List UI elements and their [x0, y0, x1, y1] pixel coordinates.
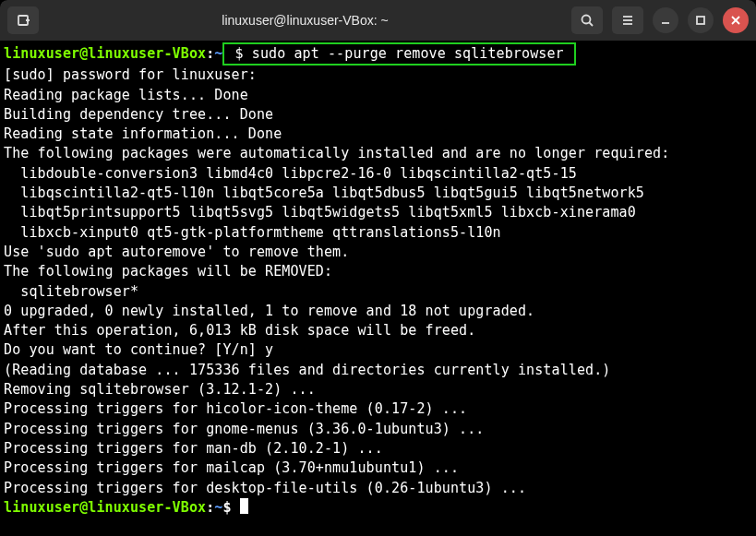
highlighted-command: $ sudo apt --purge remove sqlitebrowser [222, 42, 575, 66]
output-line: Reading state information... Done [4, 125, 752, 144]
output-line: Use 'sudo apt autoremove' to remove them… [4, 243, 752, 262]
output-line: [sudo] password for linuxuser: [4, 66, 752, 85]
prompt-line-2: linuxuser@linuxuser-VBox:~$ [4, 498, 752, 518]
window-titlebar: linuxuser@linuxuser-VBox: ~ [0, 0, 756, 41]
output-line: libqscintilla2-qt5-l10n libqt5core5a lib… [4, 184, 752, 203]
output-line: The following packages will be REMOVED: [4, 262, 752, 281]
output-line: (Reading database ... 175336 files and d… [4, 361, 752, 380]
hamburger-icon [620, 13, 635, 28]
output-line: sqlitebrowser* [4, 282, 752, 302]
svg-rect-9 [697, 17, 704, 24]
output-line: The following packages were automaticall… [4, 144, 752, 163]
new-tab-button[interactable] [7, 6, 39, 34]
maximize-icon [693, 13, 708, 28]
output-line: libqt5printsupport5 libqt5svg5 libqt5wid… [4, 203, 752, 222]
menu-button[interactable] [612, 6, 643, 34]
new-tab-icon [16, 13, 30, 28]
output-line: libdouble-conversion3 libmd4c0 libpcre2-… [4, 164, 752, 184]
output-line: Reading package lists... Done [4, 86, 752, 105]
search-icon [580, 13, 594, 28]
close-icon [728, 13, 743, 28]
output-line: Processing triggers for desktop-file-uti… [4, 479, 752, 498]
prompt-dollar: $ [222, 499, 231, 516]
output-line: Removing sqlitebrowser (3.12.1-2) ... [4, 380, 752, 399]
output-line: 0 upgraded, 0 newly installed, 1 to remo… [4, 302, 752, 321]
output-line: Processing triggers for mailcap (3.70+nm… [4, 459, 752, 478]
prompt-colon: : [206, 499, 214, 516]
minimize-icon [658, 13, 673, 28]
terminal-cursor [240, 498, 248, 514]
prompt-user: linuxuser@linuxuser-VBox [4, 499, 206, 516]
svg-point-3 [582, 16, 591, 24]
close-button[interactable] [723, 7, 749, 33]
svg-line-4 [590, 23, 594, 27]
output-line: Do you want to continue? [Y/n] y [4, 340, 752, 360]
output-line: Processing triggers for hicolor-icon-the… [4, 399, 752, 419]
output-line: Processing triggers for man-db (2.10.2-1… [4, 439, 752, 459]
prompt-user: linuxuser@linuxuser-VBox [4, 45, 206, 62]
window-title: linuxuser@linuxuser-VBox: ~ [44, 13, 566, 28]
output-line: After this operation, 6,013 kB disk spac… [4, 321, 752, 340]
prompt-path: ~ [214, 45, 222, 62]
maximize-button[interactable] [688, 7, 714, 33]
output-line: Building dependency tree... Done [4, 105, 752, 125]
output-line: libxcb-xinput0 qt5-gtk-platformtheme qtt… [4, 223, 752, 243]
minimize-button[interactable] [653, 7, 678, 33]
output-line: Processing triggers for gnome-menus (3.3… [4, 420, 752, 439]
prompt-line-1: linuxuser@linuxuser-VBox:~ $ sudo apt --… [4, 42, 752, 66]
search-button[interactable] [571, 6, 603, 34]
prompt-colon: : [206, 45, 214, 62]
terminal-output[interactable]: linuxuser@linuxuser-VBox:~ $ sudo apt --… [0, 41, 756, 519]
